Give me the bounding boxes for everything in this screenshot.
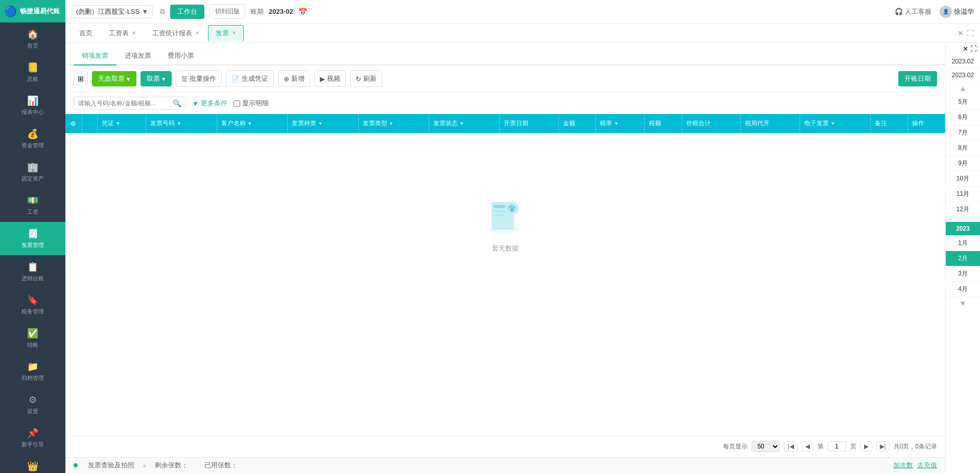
subtab-进项发票[interactable]: 进项发票 [116, 47, 159, 65]
filter-icon-4[interactable]: ▼ [247, 121, 252, 126]
subtab-费用小票[interactable]: 费用小票 [159, 47, 202, 65]
tab-工资表[interactable]: 工资表✕ [101, 25, 144, 41]
filter-icon-2[interactable]: ▼ [115, 121, 121, 126]
filter-icon-3[interactable]: ▼ [176, 121, 181, 126]
scroll-down-button[interactable]: ▼ [946, 297, 980, 309]
date-item-header2[interactable]: 2023.02 [946, 69, 980, 82]
logo-icon: 🔵 [4, 5, 17, 17]
open-period-label: 开账日期 [904, 74, 931, 83]
open-period-button[interactable]: 开账日期 [898, 71, 937, 86]
date-month-6月[interactable]: 6月 [946, 110, 980, 125]
th-14: 电子发票▼ [800, 114, 870, 133]
filter-icon-6[interactable]: ▼ [389, 121, 394, 126]
sidebar-icon-2: 📊 [27, 95, 38, 106]
go-recharge-link[interactable]: 去充值 [917, 461, 937, 470]
batch-ops-button[interactable]: ☰ 批量操作 [176, 71, 222, 87]
date-month-8月[interactable]: 8月 [946, 141, 980, 156]
th-12: 价税合计 [682, 114, 741, 133]
date-month-5月[interactable]: 5月 [946, 95, 980, 110]
tab-maximize[interactable]: ⛶ [967, 29, 974, 37]
per-page-select[interactable]: 50 100 200 [752, 441, 780, 452]
workbench-button[interactable]: 工作台 [170, 5, 204, 19]
service-button[interactable]: 🎧 人工客服 [895, 7, 931, 16]
tab-label-0: 首页 [79, 29, 92, 38]
add-times-link[interactable]: 加次数 [893, 461, 913, 470]
sidebar-item-畅会员[interactable]: 👑 畅会员 [0, 455, 65, 473]
sidebar-item-新手引导[interactable]: 📌 新手引导 [0, 421, 65, 455]
tab-close-3[interactable]: ✕ [232, 30, 236, 36]
svg-point-7 [510, 208, 514, 211]
sidebar-item-固定资产[interactable]: 🏢 固定资产 [0, 155, 65, 189]
sidebar-label-0: 首页 [27, 42, 38, 50]
filter-icon-5[interactable]: ▼ [318, 121, 323, 126]
more-conditions-button[interactable]: ▼ 更多条件 [192, 99, 227, 108]
scroll-up-button[interactable]: ▲ [946, 82, 980, 95]
sidebar-label-3: 资金管理 [21, 142, 44, 149]
grid-icon[interactable]: ⊞ [74, 72, 88, 86]
topbar: (勿删）江西股宝-LSS ▼ ⧉ 工作台 切到旧版 账期 2023-02 📅 🎧… [65, 0, 980, 24]
sidebar-item-发票管理[interactable]: 🧾 发票管理 [0, 222, 65, 255]
gen-voucher-button[interactable]: 📄 生成凭证 [226, 71, 274, 87]
sidebar-item-设置[interactable]: ⚙ 设置 [0, 388, 65, 421]
new-button[interactable]: ⊕ 新增 [278, 71, 310, 87]
panel-close-button[interactable]: ✕ ⛶ [946, 43, 980, 55]
tab-close-all[interactable]: ✕ [958, 29, 964, 37]
sidebar-item-总账[interactable]: 📒 总账 [0, 56, 65, 89]
avatar: 👤 [940, 6, 952, 18]
tab-首页[interactable]: 首页 [72, 25, 100, 41]
right-date-panel: ✕ ⛶ 2023.02 2023.02 ▲ 5月6月7月8月9月10月11月12… [945, 43, 980, 473]
copy-icon[interactable]: ⧉ [160, 7, 165, 16]
table-wrap: ⚙凭证▼发票号码▼客户名称▼发票种类▼发票类型▼发票状态▼开票日期金额税率▼税额… [65, 114, 945, 435]
date-month-curr-3月[interactable]: 3月 [946, 266, 980, 282]
filter-icon-14[interactable]: ▼ [830, 121, 835, 126]
first-page-button[interactable]: |◀ [784, 441, 797, 452]
sidebar-item-归档管理[interactable]: 📁 归档管理 [0, 355, 65, 388]
sidebar-item-首页[interactable]: 🏠 首页 [0, 22, 65, 56]
sidebar-item-进销台账[interactable]: 📋 进销台账 [0, 255, 65, 288]
date-month-11月[interactable]: 11月 [946, 187, 980, 202]
next-page-button[interactable]: ▶ [860, 441, 872, 452]
filter-icon-7[interactable]: ▼ [459, 121, 464, 126]
filter-icon-10[interactable]: ▼ [614, 121, 619, 126]
refresh-button[interactable]: ↻ 刷新 [350, 71, 382, 87]
no-tax-label: 无血取票 [98, 74, 125, 83]
video-button[interactable]: ▶ 视频 [314, 71, 346, 87]
sidebar-item-报表中心[interactable]: 📊 报表中心 [0, 89, 65, 122]
switch-button[interactable]: 切到旧版 [209, 4, 245, 19]
date-month-12月[interactable]: 12月 [946, 202, 980, 217]
user-menu[interactable]: 👤 徐溢华 [940, 6, 974, 18]
last-page-button[interactable]: ▶| [876, 441, 890, 452]
show-detail-checkbox-wrap[interactable]: 显示明细 [234, 99, 269, 108]
sidebar-icon-0: 🏠 [27, 29, 38, 40]
toolbar: ⊞ 无血取票 ▾ 取票 ▾ ☰ 批量操作 📄 生成凭证 [65, 65, 945, 93]
sidebar-item-税务管理[interactable]: 🔖 税务管理 [0, 288, 65, 322]
sidebar-label-9: 结账 [27, 341, 38, 349]
page-input[interactable] [828, 441, 846, 452]
tab-发票[interactable]: 发票✕ [208, 25, 244, 41]
sidebar-item-结账[interactable]: ✅ 结账 [0, 322, 65, 355]
search-input[interactable] [78, 100, 170, 107]
tab-close-2[interactable]: ✕ [195, 30, 199, 36]
th-1 [82, 114, 97, 133]
date-month-10月[interactable]: 10月 [946, 171, 980, 187]
video-icon: ▶ [320, 75, 325, 83]
prev-page-button[interactable]: ◀ [802, 441, 813, 452]
sidebar-icon-7: 📋 [27, 261, 38, 273]
subtab-销项发票[interactable]: 销项发票 [74, 47, 116, 65]
sidebar-item-工资[interactable]: 💵 工资 [0, 189, 65, 222]
tab-close-1[interactable]: ✕ [132, 30, 136, 36]
sidebar-item-资金管理[interactable]: 💰 资金管理 [0, 122, 65, 155]
tab-工资统计报表[interactable]: 工资统计报表✕ [145, 25, 207, 41]
period-icon[interactable]: 📅 [298, 8, 307, 16]
tax-button[interactable]: 取票 ▾ [141, 71, 172, 86]
date-item-header1[interactable]: 2023.02 [946, 55, 980, 69]
date-month-9月[interactable]: 9月 [946, 156, 980, 171]
date-month-curr-1月[interactable]: 1月 [946, 236, 980, 251]
date-month-7月[interactable]: 7月 [946, 125, 980, 141]
company-selector[interactable]: (勿删）江西股宝-LSS ▼ [72, 5, 153, 18]
date-month-curr-2月[interactable]: 2月 [946, 251, 980, 266]
show-detail-checkbox[interactable] [234, 100, 240, 107]
date-month-curr-4月[interactable]: 4月 [946, 282, 980, 297]
no-tax-button[interactable]: 无血取票 ▾ [92, 71, 136, 86]
th-5: 发票种类▼ [288, 114, 358, 133]
